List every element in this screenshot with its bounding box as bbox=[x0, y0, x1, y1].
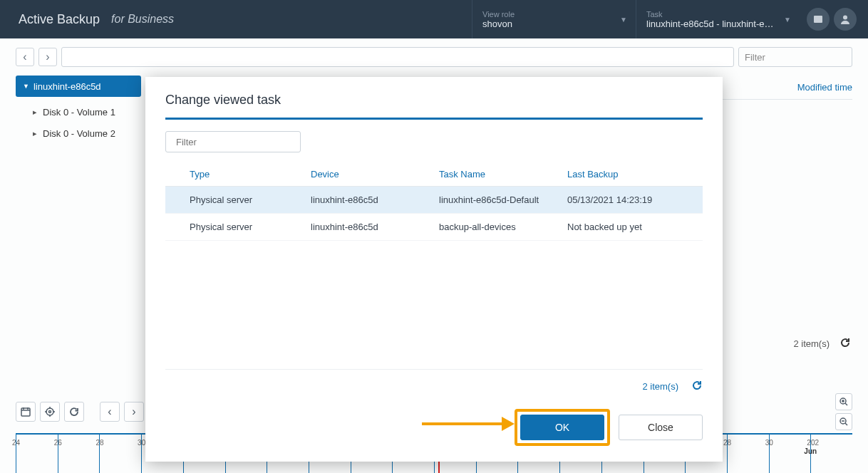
task-label: Task bbox=[646, 10, 790, 19]
header-icons bbox=[807, 8, 857, 31]
annotation-arrow bbox=[422, 419, 515, 429]
modal-table: Type Device Task Name Last Backup Physic… bbox=[165, 162, 703, 241]
table-row[interactable]: Physical serverlinuxhint-e86c5dbackup-al… bbox=[165, 214, 703, 241]
modal-actions: OK Close bbox=[165, 409, 703, 446]
app-name: Active Backup bbox=[19, 12, 100, 27]
modal-footer-info: 2 item(s) bbox=[165, 369, 703, 393]
nav-back-button[interactable]: ‹ bbox=[16, 48, 34, 66]
header-selectors: View role shovon ▼ Task linuxhint-e86c5d… bbox=[472, 0, 800, 38]
svg-rect-1 bbox=[814, 16, 822, 23]
messages-icon[interactable] bbox=[807, 8, 830, 31]
col-device[interactable]: Device bbox=[311, 169, 439, 180]
modal-item-count: 2 item(s) bbox=[642, 381, 678, 392]
main-area: ‹ › Filter linuxhint-e86c5d Disk 0 - Vol… bbox=[0, 38, 868, 473]
table-row[interactable]: Physical serverlinuxhint-e86c5dlinuxhint… bbox=[165, 187, 703, 214]
view-role-value: shovon bbox=[482, 19, 626, 29]
col-type[interactable]: Type bbox=[190, 169, 311, 180]
path-input[interactable] bbox=[61, 47, 734, 67]
ok-highlight: OK bbox=[515, 409, 610, 446]
view-role-label: View role bbox=[482, 10, 626, 19]
chevron-down-icon: ▼ bbox=[784, 16, 791, 24]
user-icon[interactable] bbox=[834, 8, 857, 31]
app-header: Active Backup for Business View role sho… bbox=[0, 0, 868, 38]
toolbar: ‹ › Filter bbox=[0, 38, 868, 76]
modal-table-head: Type Device Task Name Last Backup bbox=[165, 162, 703, 187]
col-task[interactable]: Task Name bbox=[439, 169, 567, 180]
filter-input-main[interactable]: Filter bbox=[738, 47, 852, 67]
app-suffix: for Business bbox=[111, 13, 174, 26]
modal-backdrop: Change viewed task Type Device Task Name… bbox=[0, 77, 868, 473]
col-last[interactable]: Last Backup bbox=[567, 169, 703, 180]
task-value: linuxhint-e86c5d - linuxhint-e86... bbox=[646, 19, 790, 29]
task-selector[interactable]: Task linuxhint-e86c5d - linuxhint-e86...… bbox=[636, 0, 800, 38]
app-logo-area: Active Backup for Business bbox=[11, 12, 472, 27]
view-role-selector[interactable]: View role shovon ▼ bbox=[472, 0, 636, 38]
nav-forward-button[interactable]: › bbox=[38, 48, 57, 66]
modal-filter[interactable] bbox=[165, 131, 301, 152]
change-task-modal: Change viewed task Type Device Task Name… bbox=[145, 77, 723, 462]
svg-point-2 bbox=[843, 16, 847, 20]
ok-button[interactable]: OK bbox=[520, 415, 604, 440]
modal-filter-input[interactable] bbox=[176, 137, 296, 147]
modal-title: Change viewed task bbox=[165, 93, 703, 108]
close-button[interactable]: Close bbox=[619, 415, 703, 440]
modal-divider bbox=[165, 118, 703, 120]
chevron-down-icon: ▼ bbox=[620, 16, 627, 24]
modal-refresh-icon[interactable] bbox=[691, 380, 703, 393]
